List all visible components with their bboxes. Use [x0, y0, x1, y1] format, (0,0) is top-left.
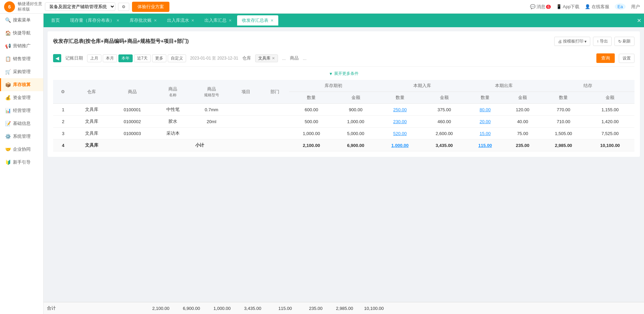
tab-home[interactable]: 首页 — [46, 15, 65, 26]
sidebar-item-system[interactable]: ⚙️系统管理 — [0, 130, 43, 143]
sidebar-item-finance[interactable]: 💰资金管理 — [0, 91, 43, 104]
guide-icon: 🔰 — [5, 160, 11, 165]
col-in-amt: 金额 — [422, 92, 466, 104]
sidebar-label-operations: 经营管理 — [13, 108, 31, 114]
sidebar-label-finance: 资金管理 — [13, 95, 31, 101]
user-avatar[interactable]: Ea — [615, 3, 626, 10]
col-settings-icon[interactable]: ⚙ — [53, 80, 73, 104]
col-out-amt: 金额 — [504, 92, 541, 104]
col-in-qty: 数量 — [378, 92, 422, 104]
date-label: 记账日期 — [65, 55, 83, 61]
print-button[interactable]: 🖨 按模板打印 ▾ — [554, 37, 590, 46]
settings-gear-button[interactable]: ⚙ — [118, 3, 129, 11]
refresh-button[interactable]: ↻ 刷新 — [614, 37, 634, 46]
sidebar-label-quicknav: 快捷导航 — [13, 30, 31, 36]
sidebar-label-basicinfo: 基础信息 — [13, 120, 31, 127]
sidebar-item-quicknav[interactable]: 🏠快捷导航 — [0, 27, 43, 39]
warehouse-tag[interactable]: 文具库 ✕ — [255, 54, 278, 62]
col-close-amt: 金额 — [585, 92, 634, 104]
enterprise-icon: 🤝 — [5, 147, 11, 152]
last-month-btn[interactable]: 上月 — [87, 54, 101, 62]
total-label: 合计 — [47, 305, 142, 311]
chevron-down-icon: ▾ — [584, 39, 587, 44]
tab-recv-send-summary[interactable]: 收发存汇总表✕ — [237, 15, 278, 26]
col-goods-spec: 商品规格型号 — [192, 80, 232, 104]
total-in-qty: 1,000.00 — [203, 306, 231, 311]
online-service-link[interactable]: 👤 在线客服 — [585, 4, 609, 10]
col-group-opening: 库存期初 — [289, 80, 378, 92]
tab-label-home: 首页 — [51, 17, 60, 23]
sidebar-item-sales[interactable]: 📋销售管理 — [0, 52, 43, 65]
app-name: 畅捷通好生意 标准版 — [18, 1, 42, 12]
tab-close-inventory-dist[interactable]: ✕ — [116, 18, 119, 23]
this-year-btn[interactable]: 本年 — [118, 54, 133, 62]
sidebar-label-system: 系统管理 — [13, 133, 31, 139]
settings-filter-button[interactable]: 设置 — [619, 54, 634, 63]
col-dept: 部门 — [260, 80, 289, 104]
col-group-closing: 结存 — [541, 80, 634, 92]
sidebar-item-enterprise[interactable]: 🤝企业协同 — [0, 143, 43, 156]
col-warehouse: 仓库 — [73, 80, 110, 104]
sidebar-label-purchase: 采购管理 — [13, 69, 31, 75]
tab-inout-flow[interactable]: 出入库流水✕ — [162, 15, 199, 26]
close-all-tabs-button[interactable]: ✕ — [637, 17, 641, 24]
sidebar-item-operations[interactable]: 📊经营管理 — [0, 104, 43, 117]
warehouse-filter-label: 仓库 — [242, 55, 251, 61]
total-close-amt: 10,100.00 — [357, 306, 384, 311]
expand-more-conditions-btn[interactable]: ▼ 展开更多条件 — [329, 71, 359, 77]
app-logo: 6 — [4, 1, 15, 12]
sidebar-item-purchase[interactable]: 🛒采购管理 — [0, 65, 43, 78]
goods-filter-label: 商品 — [290, 55, 299, 61]
table-row: 2 文具库 0100002 胶水 20ml 500.00 1,000.00 23… — [53, 116, 634, 128]
finance-icon: 💰 — [5, 95, 11, 100]
col-goods-code: 商品 — [110, 80, 154, 104]
warehouse-more-dots[interactable]: ... — [282, 56, 286, 61]
total-open-qty: 2,100.00 — [142, 306, 169, 311]
total-close-qty: 2,985.00 — [326, 306, 353, 311]
sidebar-label-inventory: 库存核算 — [13, 82, 31, 88]
tab-batch[interactable]: 库存批次账✕ — [125, 15, 162, 26]
filter-toggle-button[interactable]: ◀ — [53, 54, 61, 62]
purchase-icon: 🛒 — [5, 69, 11, 75]
tab-close-recv-send-summary[interactable]: ✕ — [270, 18, 274, 23]
try-industry-button[interactable]: 体验行业方案 — [132, 2, 169, 12]
sidebar-label-marketing: 营销推广 — [13, 43, 31, 49]
this-month-btn[interactable]: 本月 — [103, 54, 117, 62]
sidebar-item-basicinfo[interactable]: 📝基础信息 — [0, 117, 43, 130]
notification-icon[interactable]: 💬 消息6 — [530, 4, 551, 10]
marketing-icon: 📢 — [5, 43, 11, 49]
more-date-btn[interactable]: 更多 — [152, 54, 166, 62]
system-icon: ⚙️ — [5, 134, 11, 139]
last-7days-btn[interactable]: 近7天 — [134, 54, 151, 62]
app-download-link[interactable]: 📱 App下载 — [556, 4, 579, 10]
export-button[interactable]: ↑ 导出 — [593, 37, 612, 46]
total-out-qty: 115.00 — [265, 306, 292, 311]
tab-close-inout-summary[interactable]: ✕ — [229, 18, 232, 23]
sidebar-item-marketing[interactable]: 📢营销推广 — [0, 39, 43, 52]
warehouse-tag-close[interactable]: ✕ — [272, 56, 275, 61]
goods-more-dots[interactable]: ... — [303, 56, 307, 61]
table-row: 1 文具库 0100001 中性笔 0.7mm 600.00 900.00 25… — [53, 104, 634, 116]
tab-inventory-dist[interactable]: 现存量（库存分布表）✕ — [65, 15, 124, 26]
total-in-amt: 3,435.00 — [234, 306, 261, 311]
user-label[interactable]: 用户 — [631, 4, 640, 10]
custom-date-btn[interactable]: 自定义 — [168, 54, 186, 62]
date-range-display: 2023-01-01 至 2023-12-31 — [190, 55, 238, 61]
query-button[interactable]: 查询 — [596, 53, 615, 63]
tab-inout-summary[interactable]: 出入库汇总✕ — [200, 15, 236, 26]
summary-table: ⚙ 仓库 商品 商品名称 商品规格型号 项目 部门 库存期初 本期入库 本期 — [53, 80, 634, 151]
page-title: 收发存汇总表(按仓库+商品编码+商品+规格型号+项目+部门) — [53, 38, 189, 45]
refresh-icon: ↻ — [618, 39, 622, 44]
tab-label-inout-flow: 出入库流水 — [167, 17, 189, 23]
tab-close-batch[interactable]: ✕ — [154, 18, 157, 23]
tab-close-inout-flow[interactable]: ✕ — [191, 18, 194, 23]
table-row: 3 文具库 0100003 采访本 1,000.00 5,000.00 520.… — [53, 128, 634, 139]
sidebar-label-search: 搜索菜单 — [13, 17, 31, 23]
sidebar-item-guide[interactable]: 🔰新手引导 — [0, 156, 43, 169]
sidebar-item-search[interactable]: 🔍搜索菜单 — [0, 14, 43, 27]
system-selector[interactable]: 装备及固定资产辅助管理系统 — [45, 2, 115, 11]
basicinfo-icon: 📝 — [5, 121, 11, 126]
sidebar-item-inventory[interactable]: 📦库存核算 — [0, 78, 43, 91]
col-goods-name: 商品名称 — [154, 80, 192, 104]
search-icon: 🔍 — [5, 17, 11, 23]
